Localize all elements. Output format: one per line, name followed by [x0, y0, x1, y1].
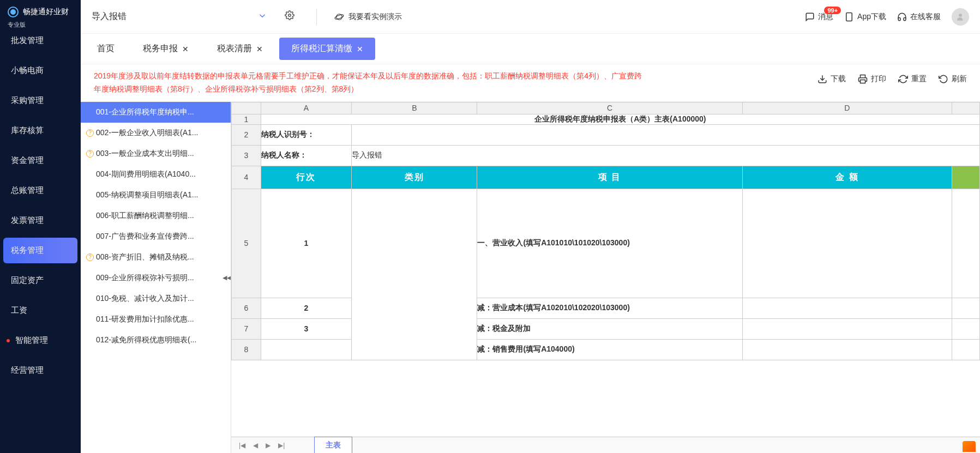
nav-item-ledger[interactable]: 总账管理	[0, 176, 81, 206]
form-item-003[interactable]: ?003-一般企业成本支出明细...	[81, 143, 231, 164]
nav-item-inventory[interactable]: 库存核算	[0, 116, 81, 146]
nav-item-ecommerce[interactable]: 小畅电商	[0, 56, 81, 86]
form-item-005[interactable]: 005-纳税调整项目明细表(A1...	[81, 185, 231, 206]
spreadsheet-grid[interactable]: A B C D 1 企业所得税年度纳税申报表（A类）主表(A100000) 2	[231, 102, 980, 437]
cell-line-2[interactable]: 2	[261, 298, 351, 318]
form-item-012[interactable]: 012-减免所得税优惠明细表(...	[81, 330, 231, 351]
refresh-icon	[939, 74, 948, 84]
sheet-tab-main[interactable]: 主表	[314, 437, 352, 453]
row-header-5[interactable]: 5	[232, 189, 261, 298]
row-header-1[interactable]: 1	[232, 114, 261, 124]
tab-tax-list[interactable]: 税表清册✕	[205, 38, 275, 60]
col-header-c[interactable]: C	[477, 102, 742, 114]
sheet-title[interactable]: 企业所得税年度纳税申报表（A类）主表(A100000)	[261, 114, 979, 124]
divider	[316, 9, 317, 25]
planet-icon	[334, 12, 344, 22]
row-header-6[interactable]: 6	[232, 298, 261, 318]
gear-icon[interactable]	[280, 8, 299, 25]
form-item-004[interactable]: 004-期间费用明细表(A1040...	[81, 164, 231, 185]
form-item-009[interactable]: 009-企业所得税弥补亏损明...	[81, 268, 231, 288]
sidebar: 畅捷通好业财 专业版 批发管理 小畅电商 采购管理 库存核算 资金管理 总账管理…	[0, 0, 81, 453]
sheet-nav-first-icon[interactable]: |◀	[236, 440, 249, 450]
col-header-a[interactable]: A	[261, 102, 351, 114]
row-header-2[interactable]: 2	[232, 124, 261, 145]
nav-item-assets[interactable]: 固定资产	[0, 265, 81, 295]
table-header-extra[interactable]	[952, 166, 979, 189]
taxpayer-id-value[interactable]	[352, 124, 980, 145]
sheet-nav-last-icon[interactable]: ▶|	[275, 440, 288, 450]
refresh-button[interactable]: 刷新	[939, 74, 967, 84]
close-icon[interactable]: ✕	[256, 45, 263, 53]
row-header-7[interactable]: 7	[232, 318, 261, 339]
cell-extra-3[interactable]	[952, 318, 979, 339]
cell-line-4[interactable]	[261, 339, 351, 360]
sheet-nav-next-icon[interactable]: ▶	[262, 440, 274, 450]
cell-category[interactable]	[352, 189, 477, 360]
nav-item-wholesale[interactable]: 批发管理	[0, 33, 81, 56]
form-item-002[interactable]: ?002-一般企业收入明细表(A1...	[81, 123, 231, 143]
dot-marker-icon	[7, 339, 10, 342]
tab-tax-declare[interactable]: 税务申报✕	[131, 38, 201, 60]
cell-extra-4[interactable]	[952, 339, 979, 360]
cell-item-2[interactable]: 减：营业成本(填写A102010\102020\103000)	[477, 298, 742, 318]
nav-item-tax[interactable]: 税务管理	[3, 238, 77, 263]
table-header-line[interactable]: 行次	[261, 166, 351, 189]
cell-item-1[interactable]: 一、营业收入(填写A101010\101020\103000)	[477, 189, 742, 298]
table-header-item[interactable]: 项 目	[477, 166, 742, 189]
taxpayer-name-label[interactable]: 纳税人名称：	[261, 145, 351, 166]
print-button[interactable]: 打印	[858, 74, 886, 84]
nav-item-salary[interactable]: 工资	[0, 295, 81, 325]
cell-line-3[interactable]: 3	[261, 318, 351, 339]
demo-link[interactable]: 我要看实例演示	[334, 12, 402, 22]
close-icon[interactable]: ✕	[357, 45, 363, 53]
chevron-down-icon[interactable]	[253, 9, 272, 25]
form-item-011[interactable]: 011-研发费用加计扣除优惠...	[81, 309, 231, 330]
sheet-nav-prev-icon[interactable]: ◀	[250, 440, 261, 450]
form-item-008[interactable]: ?008-资产折旧、摊销及纳税...	[81, 247, 231, 268]
app-download-button[interactable]: App下载	[844, 12, 886, 22]
cell-amount-4[interactable]	[742, 339, 952, 360]
cell-amount-2[interactable]	[742, 298, 952, 318]
sheet-corner[interactable]	[232, 102, 261, 114]
collapse-left-icon[interactable]: ◀◀	[223, 273, 231, 282]
row-header-4[interactable]: 4	[232, 166, 261, 189]
topbar-left: 导入报错 我要看实例演示	[92, 8, 402, 25]
cell-extra-2[interactable]	[952, 298, 979, 318]
taxpayer-id-label[interactable]: 纳税人识别号：	[261, 124, 351, 145]
cell-extra-1[interactable]	[952, 189, 979, 298]
toolbar-actions: 下载 打印 重置 刷新	[817, 70, 967, 84]
tab-income-tax[interactable]: 所得税汇算清缴✕	[279, 38, 375, 60]
row-header-3[interactable]: 3	[232, 145, 261, 166]
cell-amount-1[interactable]	[742, 189, 952, 298]
nav-item-ai[interactable]: 智能管理	[0, 325, 81, 355]
nav-item-business[interactable]: 经营管理	[0, 355, 81, 385]
customer-service-button[interactable]: 在线客服	[897, 12, 941, 22]
col-header-b[interactable]: B	[352, 102, 477, 114]
cell-item-3[interactable]: 减：税金及附加	[477, 318, 742, 339]
svg-point-7	[959, 14, 962, 17]
form-item-007[interactable]: 007-广告费和业务宣传费跨...	[81, 226, 231, 247]
nav-item-purchase[interactable]: 采购管理	[0, 86, 81, 116]
orange-badge-icon[interactable]	[963, 441, 976, 452]
cell-line-1[interactable]: 1	[261, 189, 351, 298]
form-item-001[interactable]: 001-企业所得税年度纳税申...	[81, 102, 231, 123]
row-header-8[interactable]: 8	[232, 339, 261, 360]
col-header-d[interactable]: D	[742, 102, 952, 114]
form-item-010[interactable]: 010-免税、减计收入及加计...	[81, 288, 231, 309]
form-item-006[interactable]: 006-职工薪酬纳税调整明细...	[81, 206, 231, 226]
tab-home[interactable]: 首页	[85, 38, 127, 60]
close-icon[interactable]: ✕	[182, 45, 189, 53]
taxpayer-name-value[interactable]: 导入报错	[352, 145, 980, 166]
reset-button[interactable]: 重置	[898, 74, 927, 84]
user-avatar[interactable]	[952, 8, 969, 26]
messages-button[interactable]: 消息 99+	[805, 12, 833, 22]
nav-item-funds[interactable]: 资金管理	[0, 146, 81, 176]
cell-amount-3[interactable]	[742, 318, 952, 339]
table-header-category[interactable]: 类别	[352, 166, 477, 189]
download-button[interactable]: 下载	[817, 74, 846, 84]
message-badge: 99+	[824, 7, 841, 14]
cell-item-4[interactable]: 减：销售费用(填写A104000)	[477, 339, 742, 360]
nav-item-invoice[interactable]: 发票管理	[0, 206, 81, 235]
table-header-amount[interactable]: 金 额	[742, 166, 952, 189]
col-header-extra[interactable]	[952, 102, 979, 114]
